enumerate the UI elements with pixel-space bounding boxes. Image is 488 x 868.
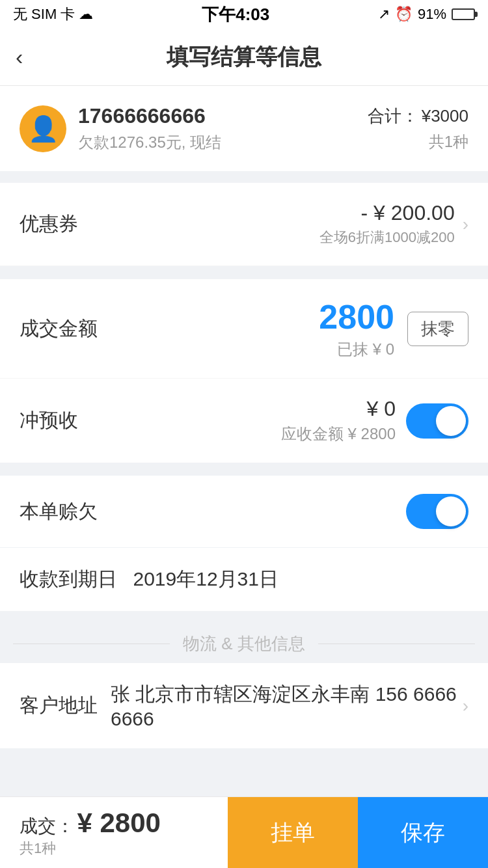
credit-section: 本单赊欠 (0, 476, 488, 547)
toggle-knob (436, 406, 466, 436)
deal-amount-section: 成交金额 2800 已抹 ¥ 0 抹零 (0, 279, 488, 379)
bottom-summary: 成交： ¥ 2800 共1种 (0, 807, 228, 858)
customer-card: 👤 17666666666 欠款1276.35元, 现结 合计： ¥3000 共… (0, 86, 488, 171)
bottom-count: 共1种 (20, 839, 208, 858)
bottom-bar: 成交： ¥ 2800 共1种 挂单 保存 (0, 796, 488, 868)
prereceipt-section: 冲预收 ¥ 0 应收金额 ¥ 2800 (0, 379, 488, 463)
customer-debt: 欠款1276.35元, 现结 (78, 132, 221, 153)
prereceipt-label: 冲预收 (20, 407, 78, 434)
coupon-amount: - ¥ 200.00 (319, 201, 455, 225)
location-icon: ↗ (378, 6, 390, 23)
logistics-divider: 物流 & 其他信息 (0, 624, 488, 663)
customer-left: 👤 17666666666 欠款1276.35元, 现结 (20, 104, 221, 153)
section-divider-2 (0, 463, 488, 476)
round-button[interactable]: 抹零 (407, 312, 468, 346)
duedate-section: 收款到期日 2019年12月31日 (0, 548, 488, 611)
battery-icon (452, 8, 475, 20)
duedate-label: 收款到期日 (20, 568, 117, 590)
coupon-label: 优惠券 (20, 211, 78, 237)
amount-right: 2800 已抹 ¥ 0 抹零 (319, 297, 468, 360)
status-left: 无 SIM 卡 ☁ (13, 5, 93, 24)
total-count: 共1种 (368, 131, 468, 152)
avatar: 👤 (20, 105, 66, 152)
logistics-line-left (13, 644, 170, 644)
deal-amount-value: 2800 (319, 297, 394, 336)
sim-status: 无 SIM 卡 ☁ (13, 5, 93, 24)
battery-percent: 91% (418, 6, 446, 23)
address-value: 张 北京市市辖区海淀区永丰南 156 6666 6666 (111, 681, 463, 730)
address-chevron-icon: › (463, 696, 468, 716)
customer-right: 合计： ¥3000 共1种 (368, 105, 468, 152)
status-time: 下午4:03 (202, 3, 269, 26)
logistics-line-right (318, 644, 475, 644)
deal-amount-label: 成交金额 (20, 316, 98, 342)
section-divider-1 (0, 266, 488, 279)
save-button[interactable]: 保存 (358, 797, 488, 869)
address-label: 客户地址 (20, 692, 98, 719)
bottom-deal-label: 成交： (20, 816, 74, 836)
divider-1 (0, 171, 488, 183)
status-bar: 无 SIM 卡 ☁ 下午4:03 ↗ ⏰ 91% (0, 0, 488, 29)
total-label: 合计： (368, 106, 418, 126)
avatar-icon: 👤 (28, 115, 59, 143)
amount-row: 成交金额 2800 已抹 ¥ 0 抹零 (20, 297, 468, 360)
deal-amount-sub: 已抹 ¥ 0 (319, 339, 394, 360)
alarm-icon: ⏰ (395, 6, 413, 23)
bottom-deal-row: 成交： ¥ 2800 (20, 807, 208, 839)
prereceipt-right: ¥ 0 应收金额 ¥ 2800 (281, 397, 468, 444)
customer-phone: 17666666666 (78, 104, 221, 128)
credit-toggle-knob (436, 496, 466, 526)
status-right: ↗ ⏰ 91% (378, 6, 475, 23)
coupon-chevron-icon: › (463, 214, 468, 235)
duedate-value: 2019年12月31日 (133, 568, 278, 590)
total-amount: ¥3000 (422, 106, 468, 126)
prereceipt-value: ¥ 0 (281, 397, 396, 421)
page-header: ‹ 填写结算等信息 (0, 29, 488, 86)
prereceipt-desc: 应收金额 ¥ 2800 (281, 424, 396, 444)
coupon-row[interactable]: 优惠券 - ¥ 200.00 全场6折满1000减200 › (0, 183, 488, 266)
prereceipt-amounts: ¥ 0 应收金额 ¥ 2800 (281, 397, 396, 444)
bottom-amount: ¥ 2800 (77, 807, 160, 838)
credit-label: 本单赊欠 (20, 498, 98, 525)
customer-info: 17666666666 欠款1276.35元, 现结 (78, 104, 221, 153)
hang-order-button[interactable]: 挂单 (228, 797, 358, 869)
back-button[interactable]: ‹ (16, 44, 23, 70)
prereceipt-toggle[interactable] (406, 403, 468, 439)
section-divider-3 (0, 611, 488, 624)
address-section[interactable]: 客户地址 张 北京市市辖区海淀区永丰南 156 6666 6666 › (0, 663, 488, 748)
logistics-text: 物流 & 其他信息 (183, 632, 305, 655)
total-label-amount: 合计： ¥3000 (368, 105, 468, 128)
page-title: 填写结算等信息 (167, 42, 321, 72)
coupon-desc: 全场6折满1000减200 (319, 228, 455, 247)
main-content: 👤 17666666666 欠款1276.35元, 现结 合计： ¥3000 共… (0, 86, 488, 868)
credit-toggle[interactable] (406, 494, 468, 529)
